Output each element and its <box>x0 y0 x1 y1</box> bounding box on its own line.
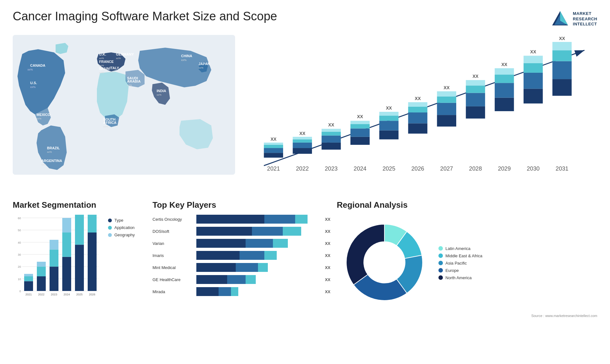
svg-text:xx%: xx% <box>181 58 186 62</box>
regional-section: Regional Analysis Latin AmericaMiddle Ea… <box>337 200 597 334</box>
svg-text:xx%: xx% <box>99 57 104 60</box>
bar-seg2 <box>219 287 231 296</box>
legend-color-dot <box>438 268 443 273</box>
bar-seg1 <box>196 251 240 260</box>
players-list: Certis OncologyXXDOSIsoftXXVarianXXImari… <box>152 215 330 296</box>
svg-text:2021: 2021 <box>25 293 32 296</box>
svg-rect-64 <box>379 116 399 121</box>
svg-rect-77 <box>437 91 456 96</box>
key-players-title: Top Key Players <box>152 200 330 210</box>
svg-rect-50 <box>322 143 341 150</box>
svg-text:20: 20 <box>18 265 21 268</box>
segmentation-legend: Type Application Geography <box>108 218 135 237</box>
player-row: GE HealthCareXX <box>152 275 330 284</box>
seg-bar <box>88 215 97 233</box>
svg-text:2022: 2022 <box>296 165 308 172</box>
svg-rect-89 <box>495 68 514 75</box>
svg-text:xx%: xx% <box>157 93 161 96</box>
legend-application: Application <box>108 225 135 230</box>
bar-seg3 <box>246 275 255 284</box>
svg-text:50: 50 <box>18 229 21 232</box>
svg-rect-100 <box>552 50 572 61</box>
player-xx-label: XX <box>325 253 330 258</box>
bar-seg1 <box>196 215 264 224</box>
segmentation-title: Market Segmentation <box>13 200 146 210</box>
svg-text:ARABIA: ARABIA <box>127 79 141 83</box>
geography-label: Geography <box>114 233 135 237</box>
svg-text:40: 40 <box>18 241 21 244</box>
player-name: DOSIsoft <box>152 229 194 234</box>
bar-seg1 <box>196 287 219 296</box>
svg-rect-53 <box>322 129 341 132</box>
svg-text:xx%: xx% <box>30 85 36 89</box>
svg-rect-69 <box>408 112 428 123</box>
legend-color-dot <box>438 261 443 265</box>
legend-type: Type <box>108 218 135 223</box>
svg-text:xx%: xx% <box>41 163 46 166</box>
svg-rect-81 <box>466 93 485 106</box>
svg-rect-99 <box>552 61 572 79</box>
svg-rect-46 <box>293 139 312 143</box>
svg-rect-68 <box>408 123 428 133</box>
player-name: Mint Medical <box>152 265 194 270</box>
svg-rect-76 <box>437 97 456 103</box>
svg-rect-45 <box>293 143 312 148</box>
seg-bar <box>88 233 97 291</box>
bar-seg2 <box>240 251 264 260</box>
svg-text:xx%: xx% <box>27 68 33 71</box>
svg-text:xx%: xx% <box>199 66 203 69</box>
legend-label: Latin America <box>445 246 471 251</box>
legend-label: Asia Pacific <box>445 261 467 266</box>
bottom-section: Market Segmentation 01020304050602021202… <box>13 200 597 334</box>
svg-text:2023: 2023 <box>325 165 337 172</box>
svg-rect-82 <box>466 85 485 93</box>
bar-seg3 <box>258 263 268 272</box>
donut-chart-container: Latin AmericaMiddle East & AfricaAsia Pa… <box>337 215 597 311</box>
svg-rect-74 <box>437 115 456 126</box>
map-section: CANADA xx% U.S. xx% MEXICO xx% BRAZIL xx… <box>13 35 235 187</box>
svg-text:2026: 2026 <box>89 293 95 296</box>
svg-rect-57 <box>350 128 370 137</box>
bar-seg1 <box>196 275 227 284</box>
legend-color-dot <box>438 275 443 280</box>
svg-rect-88 <box>495 75 514 83</box>
regional-legend: Latin AmericaMiddle East & AfricaAsia Pa… <box>438 246 482 280</box>
svg-text:INDIA: INDIA <box>157 89 166 93</box>
svg-text:ARGENTINA: ARGENTINA <box>41 159 62 163</box>
svg-text:2027: 2027 <box>440 165 453 172</box>
svg-text:XX: XX <box>357 114 363 119</box>
svg-text:XX: XX <box>386 105 392 111</box>
svg-rect-58 <box>350 124 370 128</box>
svg-text:0: 0 <box>19 290 21 293</box>
svg-rect-39 <box>264 148 283 153</box>
svg-rect-93 <box>524 73 543 89</box>
player-name: Mirada <box>152 289 194 294</box>
player-name: Certis Oncology <box>152 217 194 222</box>
svg-text:U.K.: U.K. <box>99 52 106 56</box>
svg-text:U.S.: U.S. <box>30 81 37 85</box>
bar-seg3 <box>264 251 277 260</box>
bar-seg1 <box>196 263 236 272</box>
seg-bar <box>24 276 33 281</box>
svg-text:xx%: xx% <box>110 71 114 73</box>
player-bar <box>196 215 320 224</box>
svg-text:SPAIN: SPAIN <box>99 67 110 71</box>
svg-text:2025: 2025 <box>76 293 83 296</box>
svg-text:xx%: xx% <box>116 57 121 60</box>
player-row: MiradaXX <box>152 287 330 296</box>
svg-rect-80 <box>466 106 485 118</box>
player-bar <box>196 263 320 272</box>
legend-item: North America <box>438 275 482 280</box>
player-name: Imaris <box>152 253 194 258</box>
bar-seg1 <box>196 239 246 248</box>
svg-text:xx%: xx% <box>127 84 132 87</box>
svg-text:2026: 2026 <box>411 165 424 172</box>
bar-seg3 <box>231 287 238 296</box>
seg-bar <box>75 245 84 291</box>
legend-item: Latin America <box>438 246 482 251</box>
svg-text:2024: 2024 <box>64 293 70 296</box>
player-bar <box>196 275 320 284</box>
player-bar <box>196 287 320 296</box>
logo: MARKET RESEARCH INTELLECT <box>551 10 597 29</box>
bar-seg2 <box>227 275 246 284</box>
